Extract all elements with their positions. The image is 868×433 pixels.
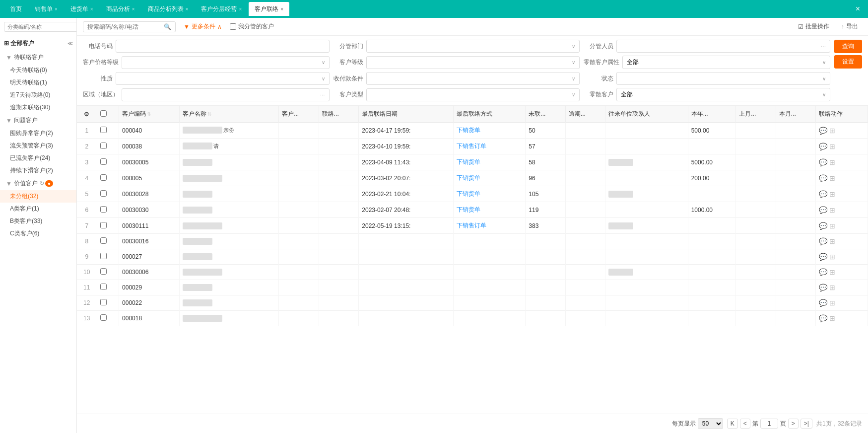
checkbox-column-header[interactable] xyxy=(97,106,119,123)
class-a-item[interactable]: A类客户(1) xyxy=(0,203,76,215)
value-customers-group[interactable]: ▼ 价值客户 ↻ ● xyxy=(0,177,76,190)
tomorrow-pending-item[interactable]: 明天待联络(1) xyxy=(0,76,76,89)
name-column-header[interactable]: 客户名称 ⇅ xyxy=(179,106,278,123)
declining-item[interactable]: 持续下滑客户(2) xyxy=(0,164,76,177)
grid-icon[interactable]: ⊞ xyxy=(829,206,835,214)
filter-status-select[interactable]: ∨ xyxy=(616,72,830,85)
type-column-header[interactable]: 客户... xyxy=(279,106,319,123)
message-icon[interactable]: 💬 xyxy=(819,158,827,166)
class-c-item[interactable]: C类客户(6) xyxy=(0,227,76,240)
row-checkbox[interactable] xyxy=(100,284,107,290)
name-col-sort[interactable]: ⇅ xyxy=(207,111,211,117)
nav-purchase[interactable]: 进货单 × xyxy=(65,2,99,16)
last-contact-method-cell[interactable]: 下销货单 xyxy=(453,154,526,170)
grid-icon[interactable]: ⊞ xyxy=(829,190,835,198)
row-checkbox-cell[interactable] xyxy=(97,154,119,170)
message-icon[interactable]: 💬 xyxy=(819,253,827,261)
row-checkbox[interactable] xyxy=(100,222,107,228)
problem-customers-group[interactable]: ▼ 问题客户 xyxy=(0,114,76,127)
filter-dept-select[interactable]: ∨ xyxy=(366,40,580,53)
filter-payment-select[interactable]: ∨ xyxy=(366,72,580,85)
nav-product-analysis-close[interactable]: × xyxy=(132,6,135,12)
select-all-checkbox[interactable] xyxy=(100,110,107,117)
gear-icon[interactable]: ⚙ xyxy=(84,111,89,118)
filter-retail-customer-select[interactable]: 全部 ∨ xyxy=(616,88,830,101)
filter-customer-type-select[interactable]: ∨ xyxy=(366,88,580,101)
more-filters-button[interactable]: ▼ 更多条件 ∧ xyxy=(180,21,226,32)
message-icon[interactable]: 💬 xyxy=(819,174,827,182)
query-button[interactable]: 查询 xyxy=(834,40,862,53)
row-checkbox[interactable] xyxy=(100,206,107,213)
overdue-contact-item[interactable]: 逾期未联络(30) xyxy=(0,101,76,114)
search-box[interactable]: 🔍 xyxy=(83,21,176,32)
sidebar-search-input[interactable] xyxy=(4,22,77,32)
message-icon[interactable]: 💬 xyxy=(819,222,827,230)
nav-home[interactable]: 首页 xyxy=(4,2,28,16)
last-month-column-header[interactable]: 上月... xyxy=(736,106,776,123)
ungrouped-item[interactable]: 未分组(32) xyxy=(0,190,76,203)
not-contact-column-header[interactable]: 未联... xyxy=(526,106,566,123)
filter-nature-select[interactable]: ∨ xyxy=(116,72,330,85)
nav-purchase-close[interactable]: × xyxy=(90,6,93,12)
page-size-select[interactable]: 50 20 100 xyxy=(698,418,723,429)
nav-customer-contact-close[interactable]: × xyxy=(280,6,283,12)
my-customers-check[interactable] xyxy=(230,23,236,30)
row-checkbox-cell[interactable] xyxy=(97,265,119,280)
filter-price-level-select[interactable]: ∨ xyxy=(122,56,330,69)
row-checkbox-cell[interactable] xyxy=(97,139,119,154)
last-contact-date-column-header[interactable]: 最后联络日期 xyxy=(359,106,453,123)
last-contact-method-column-header[interactable]: 最后联络方式 xyxy=(453,106,526,123)
row-checkbox[interactable] xyxy=(100,268,107,275)
hoarding-abnormal-item[interactable]: 囤购异常客户(2) xyxy=(0,127,76,140)
grid-icon[interactable]: ⊞ xyxy=(829,174,835,182)
class-b-item[interactable]: B类客户(33) xyxy=(0,215,76,227)
last-contact-method-cell[interactable]: 下销货单 xyxy=(453,202,526,218)
next-page-button[interactable]: > xyxy=(788,419,799,429)
message-icon[interactable]: 💬 xyxy=(819,299,827,307)
export-button[interactable]: ↑ 导出 xyxy=(837,21,862,32)
row-checkbox[interactable] xyxy=(100,127,107,133)
batch-ops-button[interactable]: ☑ 批量操作 xyxy=(794,21,833,32)
grid-icon[interactable]: ⊞ xyxy=(829,237,835,245)
settings-column-header[interactable]: ⚙ xyxy=(77,106,97,123)
row-checkbox-cell[interactable] xyxy=(97,123,119,139)
row-checkbox[interactable] xyxy=(100,190,107,197)
row-checkbox[interactable] xyxy=(100,314,107,321)
contact-column-header[interactable]: 联络... xyxy=(319,106,359,123)
week-pending-item[interactable]: 近7天待联络(0) xyxy=(0,89,76,101)
nav-customer-tier-close[interactable]: × xyxy=(239,6,242,12)
overdue-column-header[interactable]: 逾期... xyxy=(565,106,605,123)
row-checkbox[interactable] xyxy=(100,174,107,181)
row-checkbox-cell[interactable] xyxy=(97,311,119,326)
this-year-column-header[interactable]: 本年... xyxy=(688,106,736,123)
last-contact-method-cell[interactable]: 下销货单 xyxy=(453,170,526,186)
row-checkbox-cell[interactable] xyxy=(97,170,119,186)
pending-contact-group[interactable]: ▼ 待联络客户 xyxy=(0,51,76,64)
grid-icon[interactable]: ⊞ xyxy=(829,284,835,291)
row-checkbox-cell[interactable] xyxy=(97,218,119,234)
today-pending-item[interactable]: 今天待联络(0) xyxy=(0,64,76,76)
message-icon[interactable]: 💬 xyxy=(819,268,827,276)
row-checkbox-cell[interactable] xyxy=(97,249,119,265)
churn-warning-item[interactable]: 流失预警客户(3) xyxy=(0,140,76,152)
grid-icon[interactable]: ⊞ xyxy=(829,158,835,166)
filter-customer-level-select[interactable]: ∨ xyxy=(366,56,580,69)
message-icon[interactable]: 💬 xyxy=(819,143,827,150)
settings-button[interactable]: 设置 xyxy=(834,55,862,69)
grid-icon[interactable]: ⊞ xyxy=(829,143,835,150)
search-input[interactable] xyxy=(87,23,162,30)
code-column-header[interactable]: 客户编码 ⇅ xyxy=(119,106,180,123)
row-checkbox[interactable] xyxy=(100,158,107,165)
message-icon[interactable]: 💬 xyxy=(819,314,827,322)
nav-product-analysis-list-close[interactable]: × xyxy=(186,6,189,12)
refresh-icon[interactable]: ↻ xyxy=(40,180,44,187)
filter-phone-input[interactable] xyxy=(116,40,330,53)
grid-icon[interactable]: ⊞ xyxy=(829,314,835,322)
nav-customer-tier[interactable]: 客户分层经营 × xyxy=(195,2,248,16)
all-customers-header[interactable]: ⊞ 全部客户 ≪ xyxy=(0,36,76,51)
grid-icon[interactable]: ⊞ xyxy=(829,127,835,135)
filter-person-select[interactable]: ··· xyxy=(616,40,830,53)
row-checkbox[interactable] xyxy=(100,253,107,259)
grid-icon[interactable]: ⊞ xyxy=(829,222,835,230)
message-icon[interactable]: 💬 xyxy=(819,127,827,135)
